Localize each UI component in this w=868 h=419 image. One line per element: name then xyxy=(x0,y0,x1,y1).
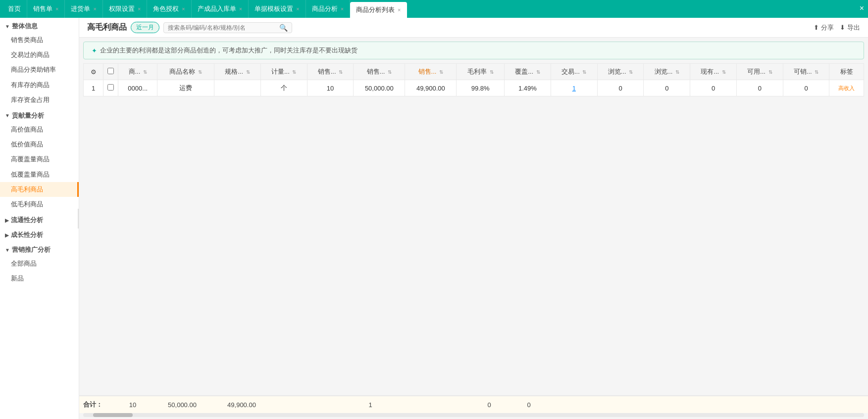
sidebar-item-sales-goods[interactable]: 销售类商品 xyxy=(0,33,79,47)
row-browse1: 0 xyxy=(597,80,644,96)
unit-col-header[interactable]: 计量... ⇅ xyxy=(260,64,307,80)
sales-profit-col-header[interactable]: 销售... ⇅ xyxy=(405,64,457,80)
row-sales-amount: 50,000.00 xyxy=(354,80,405,96)
row-sales-profit: 49,900.00 xyxy=(405,80,457,96)
sidebar-group-contribution[interactable]: ▼ 贡献量分析 xyxy=(0,107,79,122)
arrow-icon: ▼ xyxy=(5,24,10,29)
share-button[interactable]: ⬆ 分享 xyxy=(814,23,834,32)
footer-spacer4 xyxy=(430,401,469,409)
nav-product-stock[interactable]: 产成品入库单 × xyxy=(192,0,249,18)
top-navigation: 首页 销售单 × 进货单 × 权限设置 × 角色授权 × 产成品入库单 × 单据… xyxy=(0,0,868,18)
export-button[interactable]: ⬇ 导出 xyxy=(840,23,860,32)
nav-template-settings[interactable]: 单据模板设置 × xyxy=(249,0,306,18)
sidebar-group-overview[interactable]: ▼ 整体信息 xyxy=(0,18,79,33)
search-icon[interactable]: 🔍 xyxy=(279,24,288,32)
row-browse2: 0 xyxy=(644,80,690,96)
sidebar-item-high-coverage[interactable]: 高覆盖量商品 xyxy=(0,152,79,167)
sidebar-item-low-coverage[interactable]: 低覆盖量商品 xyxy=(0,167,79,182)
tag-col-header[interactable]: 标签 xyxy=(829,64,864,80)
row-tag: 高收入 xyxy=(829,80,864,96)
row-saleable-stock: 0 xyxy=(783,80,829,96)
sidebar-item-high-value[interactable]: 高价值商品 xyxy=(0,122,79,137)
row-coverage: 1.49% xyxy=(505,80,551,96)
sidebar-item-traded-goods[interactable]: 交易过的商品 xyxy=(0,47,79,62)
search-input[interactable] xyxy=(168,24,279,31)
sidebar-item-all-goods[interactable]: 全部商品 xyxy=(0,256,79,271)
row-unit: 个 xyxy=(260,80,307,96)
row-sales-qty: 10 xyxy=(307,80,354,96)
sort-icon-10: ⇅ xyxy=(582,69,586,75)
available-stock-col-header[interactable]: 可用... ⇅ xyxy=(736,64,783,80)
sidebar-item-low-margin[interactable]: 低毛利商品 xyxy=(0,197,79,212)
info-icon: ✦ xyxy=(92,47,97,54)
footer-available-stock: 0 xyxy=(509,401,549,409)
current-stock-col-header[interactable]: 现有... ⇅ xyxy=(690,64,737,80)
arrow-icon-4: ▶ xyxy=(5,233,9,238)
page-title: 高毛利商品 xyxy=(87,22,127,33)
name-col-header[interactable]: 商品名称 ⇅ xyxy=(157,64,214,80)
close-template-settings[interactable]: × xyxy=(296,6,299,12)
row-name: 运费 xyxy=(157,80,214,96)
nav-product-analysis[interactable]: 商品分析 × xyxy=(306,0,350,18)
sort-icon-13: ⇅ xyxy=(722,69,726,75)
footer-sales-amount: 50,000.00 xyxy=(153,401,212,409)
footer-spacer1 xyxy=(271,401,311,409)
nav-purchase-order[interactable]: 进货单 × xyxy=(65,0,102,18)
transaction-link[interactable]: 1 xyxy=(572,85,576,92)
select-all-checkbox[interactable] xyxy=(107,68,114,74)
nav-home[interactable]: 首页 xyxy=(2,0,27,18)
footer-spacer3 xyxy=(390,401,430,409)
sidebar-item-low-value[interactable]: 低价值商品 xyxy=(0,137,79,152)
close-product-analysis[interactable]: × xyxy=(341,6,344,12)
sidebar-group-growth[interactable]: ▶ 成长性分析 xyxy=(0,227,79,241)
sidebar-item-stock-capital[interactable]: 库存资金占用 xyxy=(0,93,79,107)
sidebar-item-high-margin[interactable]: 高毛利商品 xyxy=(0,182,79,197)
table-wrapper: ⚙ 商... ⇅ 商品名称 ⇅ 规格... xyxy=(79,59,868,395)
code-col-header[interactable]: 商... ⇅ xyxy=(118,64,157,80)
nav-sales-order[interactable]: 销售单 × xyxy=(27,0,65,18)
browse1-col-header[interactable]: 浏览... ⇅ xyxy=(597,64,644,80)
row-transaction: 1 xyxy=(551,80,597,96)
sidebar-item-in-stock-goods[interactable]: 有库存的商品 xyxy=(0,78,79,93)
search-box[interactable]: 🔍 xyxy=(163,22,292,33)
sidebar-item-new-goods[interactable]: 新品 xyxy=(0,271,79,286)
nav-role-auth[interactable]: 角色授权 × xyxy=(147,0,191,18)
nav-permission-settings[interactable]: 权限设置 × xyxy=(103,0,147,18)
scrollbar-thumb[interactable] xyxy=(93,413,133,417)
transaction-col-header[interactable]: 交易... ⇅ xyxy=(551,64,597,80)
main-table: ⚙ 商... ⇅ 商品名称 ⇅ 规格... xyxy=(83,63,864,96)
sort-icon-12: ⇅ xyxy=(675,69,679,75)
sidebar-group-liquidity[interactable]: ▶ 流通性分析 xyxy=(0,212,79,227)
nav-product-analysis-list[interactable]: 商品分析列表 × xyxy=(350,2,407,18)
sales-amount-col-header[interactable]: 销售... ⇅ xyxy=(354,64,405,80)
coverage-col-header[interactable]: 覆盖... ⇅ xyxy=(505,64,551,80)
sidebar-collapse-button[interactable]: « xyxy=(78,209,79,229)
close-permission-settings[interactable]: × xyxy=(138,6,141,12)
sidebar-group-marketing[interactable]: ▼ 营销推广分析 xyxy=(0,241,79,256)
saleable-stock-col-header[interactable]: 可销... ⇅ xyxy=(783,64,829,80)
close-window-button[interactable]: × xyxy=(860,4,864,13)
main-layout: « ▼ 整体信息 销售类商品 交易过的商品 商品分类助销率 有库存的商品 库存资… xyxy=(0,18,868,419)
arrow-icon-3: ▶ xyxy=(5,218,9,223)
sales-qty-col-header[interactable]: 销售... ⇅ xyxy=(307,64,354,80)
horizontal-scrollbar[interactable] xyxy=(83,413,864,417)
sidebar: « ▼ 整体信息 销售类商品 交易过的商品 商品分类助销率 有库存的商品 库存资… xyxy=(0,18,79,419)
filter-recent-month-button[interactable]: 近一月 xyxy=(131,22,159,33)
row-spec xyxy=(214,80,261,96)
content-header: 高毛利商品 近一月 🔍 ⬆ 分享 ⬇ 导出 xyxy=(79,18,868,38)
row-current-stock: 0 xyxy=(690,80,737,96)
footer-sales-qty: 10 xyxy=(113,401,153,409)
browse2-col-header[interactable]: 浏览... ⇅ xyxy=(644,64,690,80)
settings-col-header[interactable]: ⚙ xyxy=(84,64,103,80)
footer-sales-profit: 49,900.00 xyxy=(212,401,271,409)
close-role-auth[interactable]: × xyxy=(182,6,185,12)
gross-margin-col-header[interactable]: 毛利率 ⇅ xyxy=(457,64,505,80)
close-product-analysis-list[interactable]: × xyxy=(398,7,401,13)
close-purchase-order[interactable]: × xyxy=(93,6,96,12)
spec-col-header[interactable]: 规格... ⇅ xyxy=(214,64,261,80)
close-sales-order[interactable]: × xyxy=(55,6,58,12)
export-icon: ⬇ xyxy=(840,24,845,31)
close-product-stock[interactable]: × xyxy=(239,6,242,12)
sidebar-item-category-rate[interactable]: 商品分类助销率 xyxy=(0,62,79,77)
row-checkbox[interactable] xyxy=(107,84,114,91)
